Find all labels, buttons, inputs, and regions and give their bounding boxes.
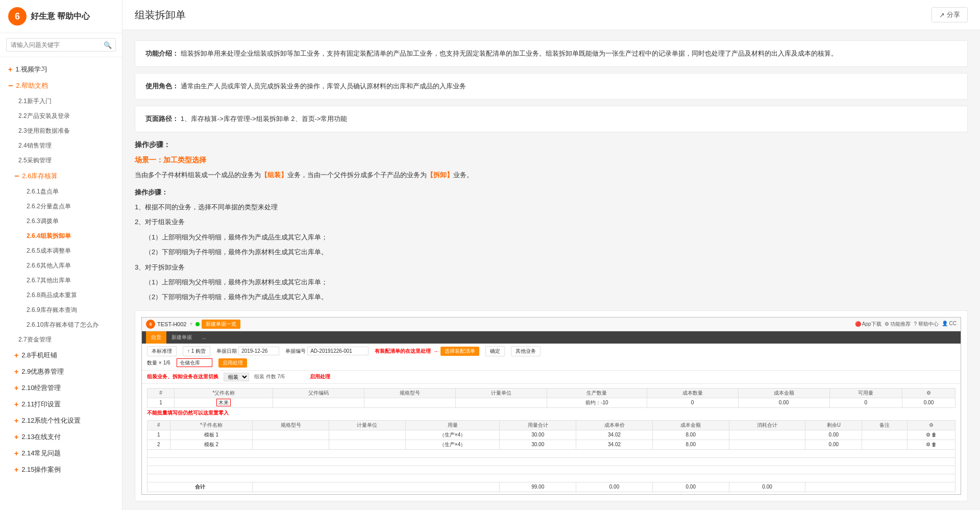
sim-confirm-btn[interactable]: 确定 bbox=[485, 346, 505, 356]
sim-btn-gohuo[interactable]: ↑ 1 购货 bbox=[183, 346, 210, 356]
sidebar-item-fund[interactable]: 2.7资金管理 bbox=[0, 332, 122, 347]
sidebar-item-assembly[interactable]: 2.6.4组装拆卸单 bbox=[0, 229, 122, 244]
sim-btd-seq: 2 bbox=[148, 440, 170, 449]
sidebar-item-error[interactable]: 2.6.10库存账本错了怎么办 bbox=[0, 318, 122, 332]
sidebar-item-mobile[interactable]: + 2.8手机旺铺 bbox=[0, 347, 122, 363]
sidebar-item-label: 1.视频学习 bbox=[15, 65, 47, 74]
sim-count-val: 1/6 bbox=[163, 360, 170, 366]
sidebar-item-cost-calc[interactable]: 2.6.8商品成本重算 bbox=[0, 288, 122, 303]
sim-btd-qtysum: 30.00 bbox=[500, 440, 576, 449]
sim-btd-seq: 1 bbox=[148, 430, 170, 440]
sidebar-item-coupon[interactable]: + 2.9优惠券管理 bbox=[0, 363, 122, 380]
sim-btd-unit bbox=[329, 430, 405, 440]
sim-annotation-zero: 不能批量填写但仍然可以这里置零入 bbox=[147, 409, 229, 417]
page-header: 组装拆卸单 ↗ 分享 bbox=[122, 0, 980, 30]
sim-cancel-btn[interactable]: 其他业务 bbox=[511, 346, 541, 356]
sim-btd-op: ⚙ 🗑 bbox=[907, 430, 955, 440]
share-button[interactable]: ↗ 分享 bbox=[932, 7, 968, 22]
sim-date-input[interactable] bbox=[238, 347, 279, 355]
sim-col-cost-amt: 成本金额 bbox=[738, 388, 829, 398]
sim-new-btn[interactable]: 新建单据一览 bbox=[202, 320, 240, 329]
sidebar-item-sales[interactable]: 2.4销售管理 bbox=[0, 138, 122, 153]
sim-select-bom-btn[interactable]: 选择装配清单 bbox=[440, 347, 479, 356]
expand-icon: + bbox=[8, 65, 12, 74]
sidebar-item-cost[interactable]: 2.6.5成本调整单 bbox=[0, 244, 122, 258]
sim-td-avail: 0 bbox=[829, 398, 902, 407]
sidebar-item-stocktake[interactable]: 2.6.1盘点单 bbox=[0, 184, 122, 199]
table-row bbox=[148, 474, 955, 482]
sidebar-item-data[interactable]: 2.3使用前数据准备 bbox=[0, 124, 122, 138]
sidebar-item-video[interactable]: + 1.视频学习 bbox=[0, 61, 122, 78]
sim-size-label: 组装 件数 7/6 bbox=[254, 373, 284, 380]
table-row: 2 模板 2 （生产×4） 30.00 34.02 8.00 0.00 bbox=[148, 440, 955, 449]
sim-nav-zg[interactable]: 自贡 bbox=[146, 331, 166, 344]
sim-col-seq: # bbox=[148, 388, 175, 398]
feature-intro-label: 功能介绍： bbox=[145, 50, 179, 57]
sidebar-item-partition[interactable]: 2.6.2分量盘点单 bbox=[0, 199, 122, 214]
sim-enable-btn[interactable]: 启用处理 bbox=[218, 358, 247, 368]
search-area: 🔍 bbox=[0, 33, 122, 57]
nav-list: + 1.视频学习 − 2.帮助文档 2.1新手入门 2.2产品安装及登录 2.3… bbox=[0, 57, 122, 510]
sidebar-item-transfer[interactable]: 2.6.3调拨单 bbox=[0, 214, 122, 229]
sim-form-fields: 本标准理 ↑ 1 购货 单据日期 单据编号 有装配清单的在这里处理 bbox=[147, 346, 955, 356]
sim-bottom-table: # *子件名称 规格型号 计量单位 用量 用量合计 成本单价 成本金额 消耗合计… bbox=[147, 420, 955, 492]
sidebar-item-case[interactable]: + 2.15操作案例 bbox=[0, 462, 122, 478]
sim-nav-new[interactable]: 新建单据 bbox=[166, 331, 197, 344]
share-icon: ↗ bbox=[939, 11, 945, 19]
sim-type-select[interactable]: 组装 拆卸 bbox=[224, 373, 249, 381]
sim-annotation-bom: 有装配清单的在这里处理 bbox=[375, 348, 431, 355]
assembly-label: 【组装】 bbox=[261, 171, 287, 179]
expand-icon: + bbox=[14, 417, 18, 425]
disassembly-label: 【拆卸】 bbox=[427, 171, 453, 179]
sim-footer-camt: 0.00 bbox=[652, 482, 729, 492]
sim-icons: 🔴 App下载 ⚙ 功能推荐 ? 帮助中心 👤 CC bbox=[855, 321, 957, 328]
sim-nav-more[interactable]: ... bbox=[197, 332, 211, 343]
sim-status-dot bbox=[195, 322, 200, 326]
feature-intro-box: 功能介绍： 组装拆卸单用来处理企业组装或拆卸等加工业务，支持有固定装配清单的产品… bbox=[135, 40, 968, 67]
sidebar-item-other-in[interactable]: 2.6.6其他入库单 bbox=[0, 258, 122, 273]
sim-bottom-table-area: # *子件名称 规格型号 计量单位 用量 用量合计 成本单价 成本金额 消耗合计… bbox=[142, 420, 961, 494]
sidebar-item-label: 2.12系统个性化设置 bbox=[21, 416, 81, 425]
sidebar-item-inventory[interactable]: − 2.6库存核算 bbox=[0, 168, 122, 184]
sim-top-table: # *父件名称 父件编码 规格型号 计量单位 生产数量 成本数量 成本金额 可用… bbox=[147, 388, 955, 408]
sim-billno-label: 单据编号 bbox=[285, 348, 306, 355]
sidebar-item-docs[interactable]: − 2.帮助文档 bbox=[0, 78, 122, 94]
sim-bcol-costamt: 成本金额 bbox=[652, 420, 729, 430]
ops-sub-label: 操作步骤： bbox=[135, 186, 968, 198]
sim-date-field: 单据日期 bbox=[216, 347, 279, 355]
sim-warehouse-input[interactable] bbox=[177, 358, 212, 367]
sim-btn-biaozun[interactable]: 本标准理 bbox=[147, 346, 177, 356]
sim-btd-remain: 0.00 bbox=[805, 430, 862, 440]
sim-topbar-left: 6 TEST-H002 ▼ 新建单据一览 bbox=[146, 320, 240, 329]
sim-footer-qty: 99.00 bbox=[500, 482, 576, 492]
sim-icon-1: 🔴 App下载 bbox=[855, 321, 881, 328]
sidebar-item-custom[interactable]: + 2.12系统个性化设置 bbox=[0, 412, 122, 429]
sidebar-item-faq[interactable]: + 2.14常见问题 bbox=[0, 445, 122, 462]
sim-col-prod-qty: 生产数量 bbox=[547, 388, 647, 398]
sim-btd-costprice: 34.02 bbox=[576, 440, 653, 449]
sidebar-item-purchase[interactable]: 2.5采购管理 bbox=[0, 153, 122, 168]
sim-footer-cprice: 0.00 bbox=[576, 482, 653, 492]
sidebar-item-pay[interactable]: + 2.13在线支付 bbox=[0, 429, 122, 445]
sidebar-item-other-out[interactable]: 2.6.7其他出库单 bbox=[0, 273, 122, 288]
search-input[interactable] bbox=[6, 38, 116, 52]
sidebar-item-newbie[interactable]: 2.1新手入门 bbox=[0, 94, 122, 109]
sidebar-item-label: 2.14常见问题 bbox=[21, 449, 61, 458]
sim-td-prodqty: 前约：-10 bbox=[547, 398, 647, 407]
sim-bcol-unit: 计量单位 bbox=[329, 420, 405, 430]
sim-td-name-box: 木来 bbox=[216, 399, 231, 406]
sidebar-item-install[interactable]: 2.2产品安装及登录 bbox=[0, 109, 122, 124]
sidebar-item-ops[interactable]: + 2.10经营管理 bbox=[0, 380, 122, 396]
sidebar-item-ledger[interactable]: 2.6.9库存账本查询 bbox=[0, 303, 122, 318]
sidebar-item-print[interactable]: + 2.11打印设置 bbox=[0, 396, 122, 412]
sim-billno-input[interactable] bbox=[307, 347, 369, 355]
sim-col-unit: 计量单位 bbox=[456, 388, 547, 398]
sim-td-costamt: 0.00 bbox=[738, 398, 829, 407]
sim-col-parent-name: *父件名称 bbox=[175, 388, 273, 398]
role-text: 通常由生产人员或库管人员完成拆装业务的操作，库管人员确认原材料的出库和产成品的入… bbox=[181, 82, 466, 90]
expand-icon: + bbox=[14, 433, 18, 441]
sim-form-row: 本标准理 ↑ 1 购货 单据日期 单据编号 有装配清单的在这里处理 bbox=[142, 344, 961, 371]
collapse-icon: − bbox=[8, 82, 13, 90]
sim-top-table-area: # *父件名称 父件编码 规格型号 计量单位 生产数量 成本数量 成本金额 可用… bbox=[142, 384, 961, 408]
table-row bbox=[148, 466, 955, 474]
